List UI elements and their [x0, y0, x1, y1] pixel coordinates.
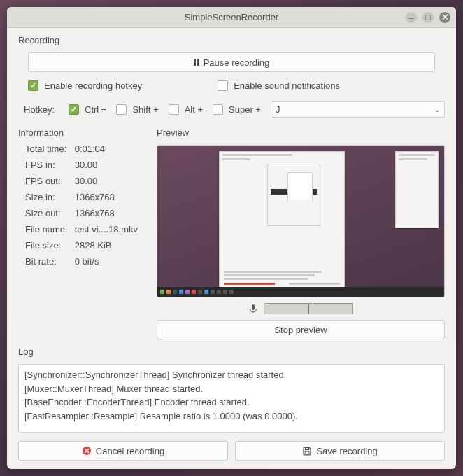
preview-mock-nested [267, 164, 320, 226]
log-line: [Muxer::MuxerThread] Muxer thread starte… [24, 383, 439, 396]
super-checkbox[interactable] [213, 104, 223, 115]
size-out-label: Size out: [25, 208, 68, 218]
size-in-label: Size in: [25, 192, 68, 202]
total-time-label: Total time: [25, 144, 68, 154]
enable-sound-label[interactable]: Enable sound notifications [234, 80, 340, 91]
preview-desktop [157, 146, 444, 297]
minimize-button[interactable]: – [406, 12, 417, 23]
fps-in-value: 30.00 [75, 160, 144, 170]
save-icon [302, 446, 312, 456]
save-recording-button[interactable]: Save recording [235, 441, 445, 461]
log-line: [FastResampler::Resample] Resample ratio… [24, 410, 439, 423]
hotkey-key-dropdown[interactable]: J ⌄ [271, 101, 445, 118]
log-output[interactable]: [Synchronizer::SynchronizerThread] Synch… [18, 364, 445, 433]
total-time-value: 0:01:04 [75, 144, 144, 154]
stop-preview-button[interactable]: Stop preview [157, 320, 445, 340]
preview-section-label: Preview [157, 127, 445, 138]
preview-mock-window-side [395, 151, 439, 228]
recording-section-label: Recording [18, 35, 445, 46]
svg-rect-1 [305, 447, 308, 449]
svg-rect-2 [305, 451, 309, 454]
file-size-value: 2828 KiB [75, 240, 144, 251]
preview-area [157, 145, 445, 298]
ctrl-label[interactable]: Ctrl + [85, 104, 106, 115]
pause-recording-button[interactable]: Pause recording [28, 52, 435, 72]
shift-label[interactable]: Shift + [132, 104, 158, 115]
enable-hotkey-checkbox[interactable] [28, 80, 38, 91]
bit-rate-label: Bit rate: [25, 256, 68, 267]
file-size-label: File size: [25, 240, 68, 251]
file-name-value: test vi....18.mkv [75, 224, 144, 234]
content: Recording Pause recording Enable recordi… [7, 28, 456, 469]
save-label: Save recording [316, 446, 377, 456]
window-controls: – □ ✕ [406, 12, 450, 23]
microphone-icon [248, 304, 258, 314]
information-section-label: Information [18, 127, 144, 138]
maximize-button[interactable]: □ [422, 12, 434, 23]
pause-label: Pause recording [204, 57, 270, 68]
stop-preview-label: Stop preview [274, 325, 327, 335]
preview-taskbar [157, 287, 444, 297]
titlebar[interactable]: SimpleScreenRecorder – □ ✕ [7, 7, 456, 28]
hotkey-label: Hotkey: [24, 104, 59, 115]
window-title: SimpleScreenRecorder [185, 12, 278, 22]
close-button[interactable]: ✕ [439, 12, 450, 23]
pause-icon [194, 59, 199, 66]
fps-out-label: FPS out: [25, 176, 68, 186]
preview-mock-window-main [219, 151, 345, 288]
fps-out-value: 30.00 [75, 176, 144, 186]
ctrl-checkbox[interactable] [69, 104, 79, 115]
alt-label[interactable]: Alt + [185, 104, 203, 115]
cancel-icon [82, 446, 92, 456]
shift-checkbox[interactable] [116, 104, 127, 115]
log-line: [Synchronizer::SynchronizerThread] Synch… [24, 369, 439, 382]
size-in-value: 1366x768 [75, 192, 144, 202]
cancel-recording-button[interactable]: Cancel recording [18, 441, 228, 461]
audio-level-meter [264, 303, 353, 314]
log-section-label: Log [18, 346, 445, 357]
enable-sound-checkbox[interactable] [218, 80, 228, 91]
chevron-down-icon: ⌄ [434, 106, 440, 113]
hotkey-key-value: J [276, 104, 280, 115]
file-name-label: File name: [25, 224, 68, 234]
information-grid: Total time: 0:01:04 FPS in: 30.00 FPS ou… [18, 141, 144, 267]
size-out-value: 1366x768 [75, 208, 144, 218]
fps-in-label: FPS in: [25, 160, 68, 170]
log-line: [BaseEncoder::EncoderThread] Encoder thr… [24, 396, 439, 409]
cancel-label: Cancel recording [96, 446, 164, 456]
alt-checkbox[interactable] [169, 104, 179, 115]
app-window: SimpleScreenRecorder – □ ✕ Recording Pau… [7, 7, 456, 469]
enable-hotkey-label[interactable]: Enable recording hotkey [44, 80, 142, 91]
super-label[interactable]: Super + [229, 104, 261, 115]
bit-rate-value: 0 bit/s [75, 256, 144, 267]
